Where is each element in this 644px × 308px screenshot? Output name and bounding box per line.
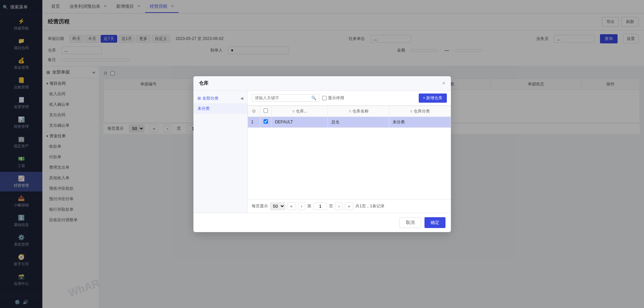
- col-warehouse-code: ⇅ 仓库...: [271, 106, 328, 117]
- modal-title: 仓库: [199, 80, 208, 86]
- modal-page-label: 页: [329, 203, 333, 209]
- modal-table-gear-icon[interactable]: ⚙: [252, 108, 256, 114]
- modal-next-page-btn[interactable]: ›: [335, 202, 342, 210]
- col-settings: ⚙: [248, 106, 260, 117]
- col-warehouse-category: ⇅ 仓库分类: [389, 106, 451, 117]
- modal-header: 仓库 ×: [193, 76, 451, 91]
- modal-left-panel: ⊞ 全部分类 ◀ 未分类: [193, 91, 248, 213]
- warehouse-search-input[interactable]: [255, 96, 311, 100]
- modal-table-wrap: ⚙ ⇅ 仓库... ⇅: [248, 106, 451, 199]
- col-sort-icon-name: ⇅: [349, 109, 351, 113]
- modal-right-panel: 🔍 显示停用 + 新增仓库 ⚙: [248, 91, 451, 213]
- modal-first-page-btn[interactable]: «: [287, 202, 296, 210]
- modal-last-page-btn[interactable]: »: [345, 202, 353, 210]
- show-disabled-checkbox[interactable]: [322, 96, 327, 100]
- modal-page-input[interactable]: [313, 203, 327, 210]
- table-row[interactable]: 1 DEFAULT 总仓 未分类: [248, 117, 451, 127]
- modal-footer: 取消 确定: [193, 213, 451, 232]
- warehouse-modal: 仓库 × ⊞ 全部分类 ◀ 未分类: [193, 76, 451, 232]
- modal-overlay: 仓库 × ⊞ 全部分类 ◀ 未分类: [0, 0, 644, 308]
- modal-close-button[interactable]: ×: [442, 80, 445, 86]
- modal-toolbar: 🔍 显示停用 + 新增仓库: [248, 91, 451, 106]
- modal-all-categories[interactable]: ⊞ 全部分类 ◀: [193, 94, 247, 103]
- cancel-button[interactable]: 取消: [399, 217, 421, 228]
- row-index: 1: [248, 117, 260, 127]
- show-disabled-label[interactable]: 显示停用: [322, 95, 344, 101]
- row-checkbox-cell: [260, 117, 271, 127]
- search-input-wrap: 🔍: [252, 94, 319, 102]
- row-name: 总仓: [328, 117, 389, 127]
- col-sort-icon: ⇅: [292, 109, 295, 113]
- col-select: [260, 106, 271, 117]
- modal-table: ⚙ ⇅ 仓库... ⇅: [248, 106, 451, 128]
- all-categories-label: 全部分类: [202, 96, 219, 101]
- add-warehouse-button[interactable]: + 新增仓库: [419, 94, 446, 103]
- modal-pagination: 每页显示 50 « ‹ 第 页 › » 共1页，1条记录: [248, 199, 451, 213]
- modal-left-uncategorized[interactable]: 未分类: [193, 103, 247, 114]
- col-sort-icon-cat: ⇅: [410, 109, 413, 113]
- row-checkbox[interactable]: [264, 119, 268, 124]
- modal-body: ⊞ 全部分类 ◀ 未分类 🔍 显示停用: [193, 91, 451, 213]
- row-code: DEFAULT: [271, 117, 328, 127]
- grid-icon-modal: ⊞: [198, 96, 201, 101]
- confirm-button[interactable]: 确定: [424, 217, 445, 228]
- col-warehouse-name: ⇅ 仓库名称: [328, 106, 389, 117]
- row-category: 未分类: [389, 117, 451, 127]
- modal-left-toggle[interactable]: ◀: [240, 96, 243, 101]
- modal-per-page-select[interactable]: 50: [270, 202, 285, 210]
- modal-per-page-label: 每页显示: [252, 203, 268, 209]
- modal-page-num-label: 第: [307, 203, 311, 209]
- modal-prev-page-btn[interactable]: ‹: [298, 202, 305, 210]
- search-icon-modal: 🔍: [311, 96, 316, 100]
- modal-total: 共1页，1条记录: [355, 203, 384, 209]
- modal-select-all-checkbox[interactable]: [264, 108, 268, 113]
